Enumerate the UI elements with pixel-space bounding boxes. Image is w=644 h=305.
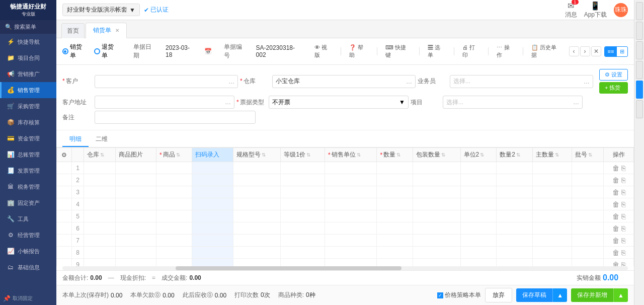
row-image-6[interactable] [115, 222, 156, 235]
row-pack-qty-3[interactable] [413, 186, 460, 198]
row-qty2-7[interactable] [497, 235, 533, 247]
row-copy-btn-5[interactable]: ⎘ [621, 212, 625, 220]
row-qty2-4[interactable] [497, 198, 533, 210]
row-sales-unit-3[interactable] [325, 186, 377, 198]
row-copy-btn-2[interactable]: ⎘ [621, 176, 625, 184]
row-price1-2[interactable] [281, 174, 325, 186]
company-selector[interactable]: 好业财专业版演示帐套 ▼ [62, 4, 140, 16]
col-barcode[interactable]: 扫码录入 [192, 148, 233, 162]
row-unit2-8[interactable] [460, 247, 497, 259]
row-image-3[interactable] [115, 186, 156, 198]
message-icon-btn[interactable]: ✉ 消息 1 [565, 1, 577, 19]
row-barcode-2[interactable] [192, 174, 233, 186]
row-product-9[interactable] [156, 259, 192, 267]
sidebar-item-accounting[interactable]: 📊 总账管理 [0, 146, 56, 163]
row-barcode-9[interactable] [192, 259, 233, 267]
sidebar-item-operations[interactable]: ⚙ 经营管理 [0, 227, 56, 243]
sidebar-item-base[interactable]: 🗂 基础信息 [0, 259, 56, 275]
row-barcode-7[interactable] [192, 235, 233, 247]
sort-warehouse[interactable]: ⇅ [100, 152, 104, 158]
row-unit2-7[interactable] [460, 235, 497, 247]
right-panel-btn-5-active[interactable] [636, 81, 643, 99]
row-delete-btn-3[interactable]: 🗑 [612, 188, 619, 196]
close-form-btn[interactable]: ✕ [591, 46, 601, 56]
sidebar-item-fixed-assets[interactable]: 🏢 固定资产 [0, 195, 56, 211]
row-product-5[interactable] [156, 210, 192, 222]
row-unit2-1[interactable] [460, 162, 497, 174]
row-copy-btn-7[interactable]: ⎘ [621, 237, 625, 245]
row-copy-btn-8[interactable]: ⎘ [621, 249, 625, 257]
row-warehouse-3[interactable] [84, 186, 116, 198]
row-barcode-6[interactable] [192, 222, 233, 235]
row-product-4[interactable] [156, 198, 192, 210]
row-price1-3[interactable] [281, 186, 325, 198]
sidebar-item-tax[interactable]: 🏛 税务管理 [0, 179, 56, 195]
row-pack-qty-7[interactable] [413, 235, 460, 247]
btn-add-goods[interactable]: + 拣货 [599, 82, 628, 94]
sort-quantity[interactable]: ⇅ [396, 152, 400, 158]
sort-product[interactable]: ⇅ [176, 152, 180, 158]
col-batch[interactable]: 批号⇅ [572, 148, 604, 162]
btn-print[interactable]: 🖨 打印 [458, 42, 485, 60]
row-unit2-3[interactable] [460, 186, 497, 198]
row-main-qty-4[interactable] [532, 198, 572, 210]
row-batch-2[interactable] [572, 174, 604, 186]
invoice-type-select[interactable]: 不开票 ▼ [269, 96, 409, 109]
row-sales-unit-8[interactable] [325, 247, 377, 259]
save-new-arrow-btn[interactable]: ▲ [613, 288, 628, 302]
row-warehouse-4[interactable] [84, 198, 116, 210]
row-main-qty-6[interactable] [532, 222, 572, 235]
salesperson-input[interactable]: 选择... … [450, 75, 593, 88]
date-value[interactable]: 2023-03-18 [166, 44, 196, 58]
col-spec[interactable]: 规格型号⇅ [233, 148, 281, 162]
row-pack-qty-4[interactable] [413, 198, 460, 210]
row-sales-unit-1[interactable] [325, 162, 377, 174]
row-unit2-5[interactable] [460, 210, 497, 222]
row-spec-4[interactable] [233, 198, 281, 210]
sidebar-item-purchase[interactable]: 🛒 采购管理 [0, 98, 56, 114]
row-unit2-2[interactable] [460, 174, 497, 186]
salesperson-dots-btn[interactable]: … [584, 78, 590, 85]
customer-dots-btn[interactable]: … [228, 78, 234, 85]
row-copy-btn-4[interactable]: ⎘ [621, 200, 625, 208]
row-sales-unit-9[interactable] [325, 259, 377, 267]
row-main-qty-3[interactable] [532, 186, 572, 198]
row-spec-8[interactable] [233, 247, 281, 259]
row-delete-btn-4[interactable]: 🗑 [612, 200, 619, 208]
btn-history[interactable]: 📋 历史单据 [527, 42, 566, 60]
col-main-qty[interactable]: 主数量⇅ [532, 148, 572, 162]
project-input[interactable]: 选择... … [443, 96, 583, 109]
row-qty2-1[interactable] [497, 162, 533, 174]
address-dots-btn[interactable]: … [225, 99, 231, 106]
app-download-btn[interactable]: 📱 App下载 [584, 1, 607, 19]
row-product-6[interactable] [156, 222, 192, 235]
right-panel-btn-6[interactable] [636, 100, 643, 118]
horizontal-scrollbar[interactable] [62, 266, 628, 270]
row-image-4[interactable] [115, 198, 156, 210]
prev-record-btn[interactable]: ‹ [569, 46, 579, 56]
sort-price1[interactable]: ⇅ [306, 152, 310, 158]
row-barcode-1[interactable] [192, 162, 233, 174]
row-quantity-8[interactable] [377, 247, 413, 259]
row-spec-9[interactable] [233, 259, 281, 267]
btn-help[interactable]: ❓ 帮助 [345, 42, 373, 60]
row-image-2[interactable] [115, 174, 156, 186]
row-quantity-5[interactable] [377, 210, 413, 222]
row-main-qty-5[interactable] [532, 210, 572, 222]
row-price1-9[interactable] [281, 259, 325, 267]
row-warehouse-2[interactable] [84, 174, 116, 186]
sidebar-item-reports[interactable]: 📈 小畅报告 [0, 243, 56, 259]
row-sales-unit-6[interactable] [325, 222, 377, 235]
project-dots-btn[interactable]: … [573, 99, 579, 106]
right-panel-btn-1[interactable] [636, 2, 643, 20]
row-pack-qty-2[interactable] [413, 174, 460, 186]
row-main-qty-7[interactable] [532, 235, 572, 247]
row-quantity-2[interactable] [377, 174, 413, 186]
row-warehouse-8[interactable] [84, 247, 116, 259]
row-quantity-6[interactable] [377, 222, 413, 235]
detail-tab-2d[interactable]: 二维 [89, 132, 115, 147]
customer-input[interactable]: … [95, 75, 238, 88]
row-main-qty-1[interactable] [532, 162, 572, 174]
row-batch-6[interactable] [572, 222, 604, 235]
tab-home[interactable]: 首页 [61, 23, 85, 38]
